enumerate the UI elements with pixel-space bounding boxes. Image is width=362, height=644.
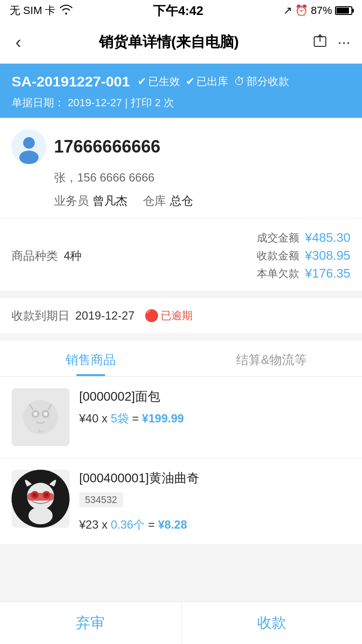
svg-point-7 bbox=[34, 412, 38, 416]
more-button[interactable]: ··· bbox=[337, 33, 350, 51]
customer-phone: 17666666666 bbox=[54, 137, 160, 157]
equals-1: = bbox=[132, 412, 142, 425]
avatar bbox=[12, 129, 46, 164]
received-value: ¥308.95 bbox=[305, 248, 350, 263]
carrier-text: 无 SIM 卡 bbox=[10, 3, 56, 18]
product-sku-2: 534532 bbox=[79, 492, 123, 507]
battery-icon bbox=[335, 6, 352, 15]
date-label: 单据日期： bbox=[12, 97, 65, 109]
qty-2: 0.36个 bbox=[111, 518, 145, 531]
received-label: 收款金额 bbox=[257, 249, 299, 263]
product-name-2: [000400001]黄油曲奇 bbox=[79, 470, 350, 487]
check-icon-2: ✔ bbox=[186, 75, 195, 88]
multiply-2: x bbox=[102, 518, 111, 531]
print-text: | 打印 2 次 bbox=[125, 97, 174, 109]
owed-label: 本单欠款 bbox=[257, 266, 299, 281]
tab-sales-products[interactable]: 销售商品 bbox=[0, 341, 181, 376]
status-carrier: 无 SIM 卡 bbox=[10, 3, 73, 18]
product-info-1: [0000002]面包 ¥40 x 5袋 = ¥199.99 bbox=[79, 388, 350, 426]
product-price-2: ¥23 x 0.36个 = ¥8.28 bbox=[79, 517, 350, 532]
product-name-1: [0000002]面包 bbox=[79, 388, 350, 405]
badge-shipped: ✔ 已出库 bbox=[186, 74, 228, 89]
total-1: ¥199.99 bbox=[142, 412, 184, 425]
status-bar: 无 SIM 卡 下午4:42 ↗ ⏰ 87% bbox=[0, 0, 362, 21]
share-button[interactable] bbox=[312, 33, 328, 52]
tab-settlement-logistics[interactable]: 结算&物流等 bbox=[181, 341, 362, 376]
clock-icon: ⏱ bbox=[234, 75, 245, 88]
cancel-button[interactable]: 弃审 bbox=[0, 602, 181, 644]
qty-1: 5袋 bbox=[111, 412, 128, 425]
customer-meta: 业务员 曾凡杰 仓库 总仓 bbox=[12, 193, 350, 209]
back-button[interactable]: ‹ bbox=[12, 28, 25, 56]
summary-section: 商品种类 4种 成交金额 ¥485.30 收款金额 ¥308.95 本单欠款 ¥… bbox=[0, 219, 362, 291]
svg-point-3 bbox=[19, 151, 39, 164]
date-value: 2019-12-27 bbox=[68, 97, 122, 109]
badge-partial-payment: ⏱ 部分收款 bbox=[234, 74, 289, 89]
svg-rect-16 bbox=[27, 493, 54, 501]
amounts: 成交金额 ¥485.30 收款金额 ¥308.95 本单欠款 ¥176.35 bbox=[257, 230, 350, 281]
types-count: 4种 bbox=[64, 248, 82, 264]
price-1: ¥40 bbox=[79, 412, 98, 425]
warehouse-value: 总仓 bbox=[170, 193, 193, 209]
alarm-icon: ⏰ bbox=[295, 4, 308, 17]
confirm-button[interactable]: 收款 bbox=[181, 602, 362, 644]
salesperson-info: 业务员 曾凡杰 bbox=[54, 193, 127, 209]
product-info-2: [000400001]黄油曲奇 534532 ¥23 x 0.36个 = ¥8.… bbox=[79, 470, 350, 532]
svg-text:鱼+: 鱼+ bbox=[38, 429, 44, 434]
warehouse-info: 仓库 总仓 bbox=[143, 193, 193, 209]
salesperson-value: 曾凡杰 bbox=[93, 193, 127, 209]
customer-section: 17666666666 张，156 6666 6666 业务员 曾凡杰 仓库 总… bbox=[0, 118, 362, 218]
nav-bar: ‹ 销货单详情(来自电脑) ··· bbox=[0, 21, 362, 64]
order-badges: ✔ 已生效 ✔ 已出库 ⏱ 部分收款 bbox=[138, 74, 289, 89]
product-item: 鱼+ [0000002]面包 ¥40 x 5袋 = ¥199.99 bbox=[0, 377, 362, 458]
products-section: 鱼+ [0000002]面包 ¥40 x 5袋 = ¥199.99 bbox=[0, 377, 362, 545]
warehouse-label: 仓库 bbox=[143, 193, 166, 209]
payment-section: 收款到期日 2019-12-27 🔴 已逾期 bbox=[0, 298, 362, 333]
payment-due-label: 收款到期日 bbox=[12, 308, 70, 323]
payment-due-date: 2019-12-27 bbox=[75, 309, 135, 322]
received-row: 收款金额 ¥308.95 bbox=[257, 248, 350, 263]
types-label: 商品种类 bbox=[12, 248, 58, 264]
svg-point-8 bbox=[43, 412, 47, 416]
location-icon: ↗ bbox=[283, 4, 292, 17]
equals-2: = bbox=[148, 518, 158, 531]
product-item-2: [000400001]黄油曲奇 534532 ¥23 x 0.36个 = ¥8.… bbox=[0, 458, 362, 545]
salesperson-label: 业务员 bbox=[54, 193, 89, 209]
owed-value: ¥176.35 bbox=[305, 266, 350, 281]
multiply-1: x bbox=[102, 412, 111, 425]
nav-actions: ··· bbox=[312, 33, 350, 52]
badge-effective: ✔ 已生效 bbox=[138, 74, 180, 89]
tabs: 销售商品 结算&物流等 bbox=[0, 341, 362, 377]
order-date: 单据日期： 2019-12-27 | 打印 2 次 bbox=[12, 96, 350, 110]
svg-point-2 bbox=[23, 137, 35, 149]
status-time: 下午4:42 bbox=[153, 2, 203, 19]
product-image-2 bbox=[12, 470, 70, 528]
battery-percent: 87% bbox=[311, 4, 332, 17]
price-2: ¥23 bbox=[79, 518, 98, 531]
product-types: 商品种类 4种 bbox=[12, 248, 82, 264]
product-price-1: ¥40 x 5袋 = ¥199.99 bbox=[79, 411, 350, 426]
overdue-text: 已逾期 bbox=[161, 308, 193, 323]
overdue-icon: 🔴 bbox=[144, 309, 159, 322]
footer: 弃审 收款 bbox=[0, 602, 362, 644]
overdue-badge: 🔴 已逾期 bbox=[144, 308, 193, 323]
page-title: 销货单详情(来自电脑) bbox=[99, 32, 239, 52]
status-icons: ↗ ⏰ 87% bbox=[283, 4, 352, 17]
wifi-icon bbox=[59, 4, 73, 17]
customer-name: 张，156 6666 6666 bbox=[12, 170, 350, 185]
deal-amount-row: 成交金额 ¥485.30 bbox=[257, 230, 350, 245]
deal-amount-value: ¥485.30 bbox=[305, 230, 350, 245]
total-2: ¥8.28 bbox=[158, 518, 187, 531]
svg-point-17 bbox=[28, 507, 53, 524]
product-image-1: 鱼+ bbox=[12, 388, 70, 446]
deal-amount-label: 成交金额 bbox=[257, 231, 299, 245]
order-id: SA-20191227-001 bbox=[12, 73, 130, 90]
order-header: SA-20191227-001 ✔ 已生效 ✔ 已出库 ⏱ 部分收款 单据日期：… bbox=[0, 64, 362, 118]
check-icon-1: ✔ bbox=[138, 75, 146, 88]
owed-row: 本单欠款 ¥176.35 bbox=[257, 266, 350, 281]
